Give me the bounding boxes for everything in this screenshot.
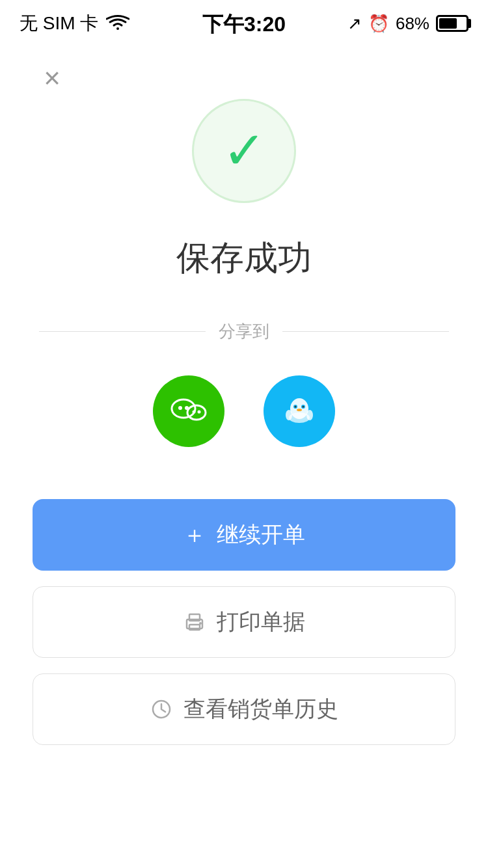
battery-icon <box>436 15 468 32</box>
svg-rect-17 <box>189 625 200 630</box>
svg-point-4 <box>193 411 196 414</box>
printer-icon <box>183 610 206 634</box>
success-circle: ✓ <box>192 99 296 203</box>
action-buttons: ＋ 继续开单 打印单据 查看销货单历史 <box>0 499 488 745</box>
qq-share-button[interactable] <box>264 375 335 447</box>
history-label: 查看销货单历史 <box>183 694 338 724</box>
svg-point-2 <box>178 406 182 410</box>
history-button[interactable]: 查看销货单历史 <box>33 673 455 745</box>
continue-button[interactable]: ＋ 继续开单 <box>33 499 455 571</box>
share-icons <box>153 375 335 447</box>
wechat-icon <box>168 390 210 432</box>
status-left: 无 SIM 卡 <box>20 11 129 36</box>
share-label: 分享到 <box>219 320 269 343</box>
svg-point-13 <box>286 410 292 420</box>
close-icon: × <box>44 64 61 92</box>
qq-icon <box>278 390 320 432</box>
status-right: ↗ ⏰ 68% <box>347 14 468 34</box>
main-content: ✓ 保存成功 分享到 <box>0 47 488 745</box>
svg-point-1 <box>187 405 206 420</box>
svg-point-14 <box>306 410 313 420</box>
svg-point-11 <box>303 406 305 408</box>
divider-right <box>282 331 449 332</box>
alarm-icon: ⏰ <box>368 14 389 34</box>
svg-point-3 <box>185 406 189 410</box>
status-time: 下午3:20 <box>202 10 286 39</box>
carrier-text: 无 SIM 卡 <box>20 11 98 36</box>
svg-point-0 <box>172 400 195 418</box>
svg-point-18 <box>199 622 202 625</box>
status-bar: 无 SIM 卡 下午3:20 ↗ ⏰ 68% <box>0 0 488 47</box>
close-button[interactable]: × <box>33 59 72 98</box>
share-divider: 分享到 <box>0 320 488 343</box>
divider-left <box>39 331 206 332</box>
svg-point-12 <box>297 409 302 411</box>
wifi-icon <box>106 14 129 33</box>
plus-icon: ＋ <box>183 519 206 551</box>
success-title: 保存成功 <box>176 236 312 281</box>
checkmark-icon: ✓ <box>223 125 266 177</box>
location-icon: ↗ <box>347 14 362 34</box>
wechat-share-button[interactable] <box>153 375 224 447</box>
print-button[interactable]: 打印单据 <box>33 586 455 658</box>
battery-percent: 68% <box>396 14 429 34</box>
svg-point-9 <box>295 406 297 408</box>
svg-point-5 <box>198 411 201 414</box>
print-label: 打印单据 <box>217 607 305 637</box>
continue-label: 继续开单 <box>217 520 305 550</box>
clock-icon <box>150 698 173 721</box>
